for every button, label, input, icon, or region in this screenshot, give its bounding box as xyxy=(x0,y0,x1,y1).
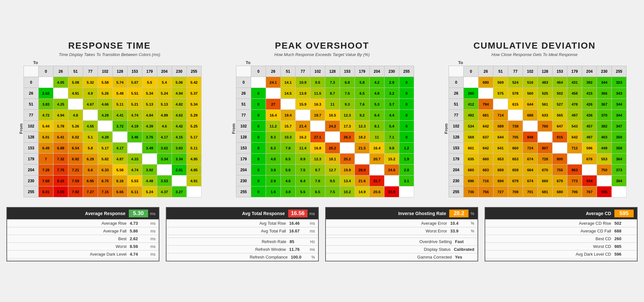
matrix-cell: 4.85 xyxy=(187,165,202,175)
col-header: 128 xyxy=(538,66,553,77)
stats-row-label: Overdrive Setting xyxy=(329,239,455,244)
matrix-cell: 7.6 xyxy=(340,88,355,99)
matrix-cell: 12.7 xyxy=(325,165,340,175)
row-header: 153 xyxy=(236,143,251,154)
matrix-cell: 701 xyxy=(523,186,538,197)
matrix-cell: 7.1 xyxy=(384,132,399,143)
matrix-cell xyxy=(172,175,187,186)
matrix-cell: 4.6 xyxy=(281,175,296,186)
matrix-cell: 553 xyxy=(597,154,612,165)
stats-row-label: Best CD xyxy=(488,236,614,241)
matrix-cell: 457 xyxy=(582,121,597,132)
matrix-cell: 366 xyxy=(597,88,612,99)
matrix-cell: 6.11 xyxy=(128,186,142,197)
col-header: 102 xyxy=(310,66,325,77)
matrix-cell: 653 xyxy=(508,154,523,165)
matrix-cell: 679 xyxy=(553,175,567,186)
matrix-cell: 5.06 xyxy=(172,77,187,88)
matrix-cell: 0 xyxy=(399,88,414,99)
col-header: 204 xyxy=(370,66,384,77)
matrix-cell xyxy=(128,143,142,154)
row-header: 77 xyxy=(449,110,464,121)
matrix-cell: 12.3 xyxy=(340,110,355,121)
matrix-cell: 683 xyxy=(478,165,493,175)
matrix-cell: 3.8 xyxy=(266,165,281,175)
matrix-cell: 344 xyxy=(612,110,627,121)
row-header: 128 xyxy=(449,132,464,143)
matrix-cell: 669 xyxy=(493,165,508,175)
matrix-cell: 0 xyxy=(399,110,414,121)
matrix-cell: 4.84 xyxy=(142,110,157,121)
matrix-cell: 8.3 xyxy=(266,132,281,143)
matrix-cell: 19.7 xyxy=(310,110,325,121)
matrix-cell: 569 xyxy=(464,132,478,143)
stats-row-value: Yes xyxy=(455,255,474,260)
matrix-cell: 516 xyxy=(523,77,538,88)
stats-row-unit: Hz xyxy=(309,240,315,244)
table-row: 2307.688.157.596.956.756.165.534.483.534… xyxy=(24,175,202,186)
matrix-cell: 4.28 xyxy=(98,132,113,143)
table-row: 513.834.254.674.665.115.215.135.134.825.… xyxy=(24,99,202,110)
matrix-cell: 664 xyxy=(523,165,538,175)
matrix-cell xyxy=(187,186,202,197)
matrix-cell: 3.34 xyxy=(157,154,172,165)
row-header: 51 xyxy=(449,99,464,110)
col-header: 0 xyxy=(39,66,53,77)
matrix-cell: 9.7 xyxy=(310,165,325,175)
stats-main-value: 16.56 xyxy=(288,210,308,217)
to-axis-label: To xyxy=(24,60,202,65)
matrix-cell: 21.6 xyxy=(355,175,370,186)
stats-row-label: Average Error xyxy=(329,221,450,226)
stats-main-row: Average Response5.30ms xyxy=(7,208,159,219)
matrix-cell: 5.21 xyxy=(128,99,142,110)
matrix-cell: 5.34 xyxy=(187,99,202,110)
col-header: 128 xyxy=(325,66,340,77)
stats-row-label: Gamma Corrected xyxy=(329,255,455,260)
stats-row-unit: % xyxy=(469,221,474,226)
matrix-cell: 6.3 xyxy=(266,143,281,154)
section-subtitle: How Close Response Gets To Ideal Respons… xyxy=(491,52,578,57)
matrix-cell: 659 xyxy=(508,165,523,175)
matrix-cell: 7.5 xyxy=(296,165,310,175)
matrix-cell: 28.9 xyxy=(355,165,370,175)
matrix-cell: 660 xyxy=(464,165,478,175)
matrix-cell: 7.15 xyxy=(98,186,113,197)
matrix-cell: 756 xyxy=(478,186,493,197)
matrix-cell: 716 xyxy=(478,175,493,186)
matrix-cell: 14.9 xyxy=(355,186,370,197)
matrix-cell: 2.9 xyxy=(266,175,281,186)
matrix-cell: 5.44 xyxy=(39,121,53,132)
matrix-cell: 525 xyxy=(538,88,553,99)
matrix-cell: 431 xyxy=(567,77,582,88)
matrix-cell: 1.9 xyxy=(399,154,414,165)
matrix-cell: 24.1 xyxy=(266,77,281,88)
matrix-cell: 8.7 xyxy=(325,88,340,99)
matrix-cell: 4.91 xyxy=(187,175,202,186)
matrix-cell: 403 xyxy=(597,132,612,143)
matrix-cell: 674 xyxy=(523,175,538,186)
matrix-cell: 19.4 xyxy=(281,110,296,121)
matrix-inner: To026517710212815317920423025504.055.085… xyxy=(24,60,202,197)
matrix-cell: 6.66 xyxy=(113,186,128,197)
matrix-cell: 6.92 xyxy=(68,154,83,165)
matrix-cell: 364 xyxy=(612,154,627,165)
matrix-cell: 7.21 xyxy=(68,165,83,175)
matrix-cell: 323 xyxy=(612,77,627,88)
stats-main-value: 5.30 xyxy=(129,210,148,217)
col-header: 204 xyxy=(157,66,172,77)
matrix-cell: 370 xyxy=(597,110,612,121)
matrix-cell: 13.9 xyxy=(296,88,310,99)
matrix-cell: 5.08 xyxy=(68,77,83,88)
stats-row-label: Worst Error xyxy=(329,229,450,233)
matrix-cell: 12.3 xyxy=(355,121,370,132)
row-header: 255 xyxy=(236,186,251,197)
matrix-cell: 14.5 xyxy=(281,88,296,99)
matrix-cell: 5.5 xyxy=(296,186,310,197)
stats-row-value: 16.67 xyxy=(289,229,308,233)
table-row: 102011.215.721.424.217.312.38.15.40 xyxy=(236,121,414,132)
matrix-cell: 0 xyxy=(251,186,266,197)
stats-data-row: Avg Dark Level CD596 xyxy=(485,250,637,258)
matrix-cell: 6.5 xyxy=(310,186,325,197)
matrix-cell: 3.83 xyxy=(172,143,187,154)
matrix-cell: 7.68 xyxy=(39,175,53,186)
